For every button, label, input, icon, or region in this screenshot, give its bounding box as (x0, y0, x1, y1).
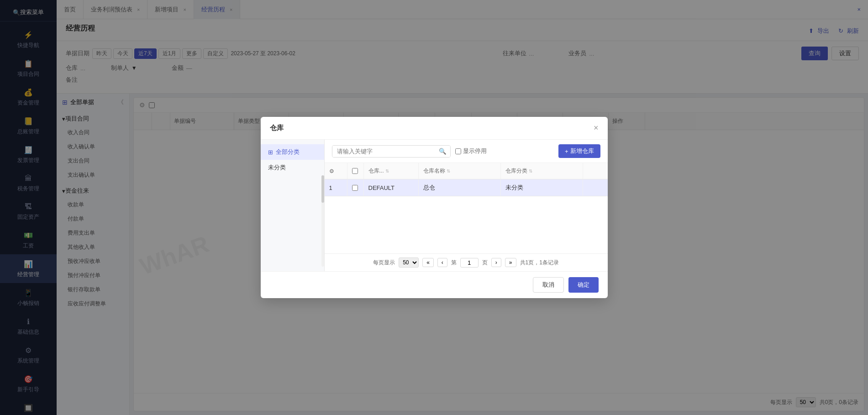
modal-page-input[interactable] (460, 258, 479, 268)
modal-close-btn[interactable]: × (594, 123, 599, 133)
cancel-button[interactable]: 取消 (533, 277, 564, 293)
modal-table: ⚙ 仓库... ⇅ 仓库名称 ⇅ (325, 163, 608, 253)
all-category-label: 全部分类 (276, 148, 300, 156)
modal-th-category: 仓库分类 ⇅ (501, 163, 583, 179)
modal-sidebar-all-category[interactable]: ⊞ 全部分类 (261, 144, 324, 160)
row-seq: 1 (325, 179, 347, 196)
modal-table-header: ⚙ 仓库... ⇅ 仓库名称 ⇅ (325, 163, 608, 179)
modal-th-name: 仓库名称 ⇅ (419, 163, 501, 179)
modal-category-sidebar: ⊞ 全部分类 未分类 (261, 140, 325, 271)
modal-overlay: 仓库 × ⊞ 全部分类 未分类 (0, 0, 868, 415)
row-select-checkbox[interactable] (352, 185, 358, 191)
modal-search-input[interactable] (332, 146, 435, 157)
modal-per-page-label: 每页显示 (373, 259, 395, 267)
sort-name-icon[interactable]: ⇅ (447, 168, 450, 173)
modal-body: ⊞ 全部分类 未分类 🔍 (261, 140, 608, 271)
plus-icon: + (565, 148, 568, 155)
modal-th-code: 仓库... ⇅ (364, 163, 419, 179)
modal-th-name-label: 仓库名称 (423, 167, 445, 175)
modal-page-prefix: 第 (451, 259, 457, 267)
modal-th-seq: ⚙ (325, 163, 347, 179)
modal-footer: 取消 确定 (261, 271, 608, 298)
warehouse-modal: 仓库 × ⊞ 全部分类 未分类 (261, 117, 608, 298)
modal-search-btn[interactable]: 🔍 (435, 146, 450, 157)
show-disabled-checkbox[interactable] (455, 148, 461, 154)
sort-category-icon[interactable]: ⇅ (529, 168, 532, 173)
search-box: 🔍 (332, 145, 451, 158)
sidebar-scroll-area (261, 175, 324, 267)
modal-table-row[interactable]: 1 DEFAULT 总仓 未分类 (325, 179, 608, 196)
modal-toolbar: 🔍 显示停用 + 新增仓库 (325, 140, 608, 163)
row-category: 未分类 (501, 179, 583, 196)
scroll-thumb[interactable] (321, 175, 324, 203)
modal-main-area: 🔍 显示停用 + 新增仓库 ⚙ (325, 140, 608, 271)
modal-select-all[interactable] (352, 168, 358, 174)
modal-next-page-btn[interactable]: › (491, 258, 501, 267)
grid-small-icon: ⊞ (268, 149, 273, 156)
modal-last-page-btn[interactable]: » (505, 258, 516, 267)
modal-first-page-btn[interactable]: « (422, 258, 434, 267)
show-disabled-text: 显示停用 (463, 147, 487, 155)
confirm-button[interactable]: 确定 (568, 277, 599, 293)
scroll-track (321, 175, 324, 267)
row-code: DEFAULT (364, 179, 419, 196)
modal-th-checkbox (347, 163, 364, 179)
modal-pagination: 每页显示 50 « ‹ 第 页 › » 共1页，1条记录 (325, 253, 608, 271)
modal-header: 仓库 × (261, 117, 608, 140)
show-disabled-label[interactable]: 显示停用 (455, 147, 487, 155)
row-name: 总仓 (419, 179, 501, 196)
modal-per-page-select[interactable]: 50 (399, 257, 419, 268)
uncategorized-label: 未分类 (268, 163, 286, 172)
settings-col-icon[interactable]: ⚙ (329, 168, 334, 174)
modal-th-code-label: 仓库... (368, 167, 384, 175)
add-warehouse-btn[interactable]: + 新增仓库 (558, 144, 600, 158)
modal-page-suffix: 页 (482, 259, 488, 267)
modal-sidebar-uncategorized[interactable]: 未分类 (261, 160, 324, 175)
modal-th-category-label: 仓库分类 (505, 167, 527, 175)
sort-code-icon[interactable]: ⇅ (385, 168, 389, 173)
modal-prev-page-btn[interactable]: ‹ (437, 258, 447, 267)
modal-total-info: 共1页，1条记录 (520, 259, 559, 267)
modal-title: 仓库 (270, 124, 284, 132)
row-checkbox (347, 179, 364, 196)
add-warehouse-label: 新增仓库 (570, 147, 594, 155)
